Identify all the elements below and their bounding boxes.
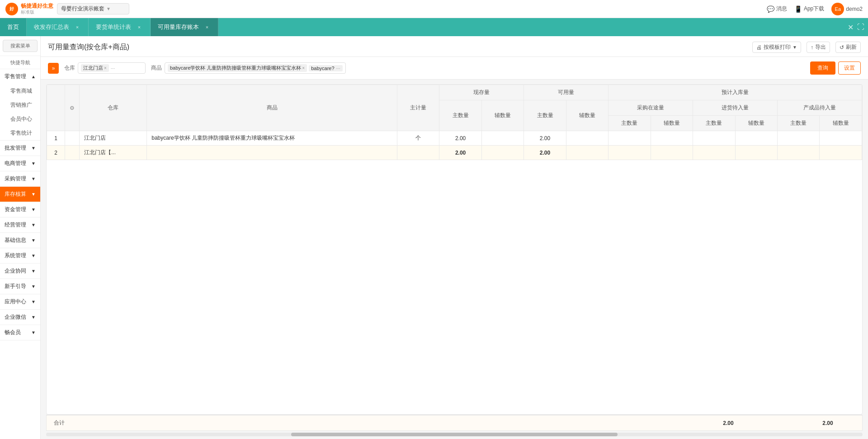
vip-group-header[interactable]: 畅会员 ▼ (0, 325, 40, 340)
product-filter-group: 商品 babycare学饮杯 儿童防摔防撞吸管杯重力球吸嘴杯宝宝水杯 × bab… (151, 62, 346, 74)
sidebar-item-retail-stats[interactable]: 零售统计 (0, 126, 40, 140)
operation-group-header[interactable]: 经营管理 ▼ (0, 217, 40, 232)
nav-spacer (218, 18, 844, 36)
th-prod-aux: 辅数量 (820, 116, 862, 131)
filter-actions: 查询 设置 (810, 61, 861, 75)
sidebar-item-retail-mall[interactable]: 零售商城 (0, 84, 40, 98)
app-download-btn[interactable]: 📱 App下载 (794, 5, 824, 13)
filter-bar: » 仓库 江北门店 × ··· 商品 babycare学饮杯 儿童防摔防撞吸管杯… (41, 57, 868, 80)
enterprise-group-label: 企业协同 (5, 267, 26, 275)
warehouse-tag-close[interactable]: × (104, 66, 107, 71)
appcenter-group-header[interactable]: 应用中心 ▼ (0, 294, 40, 309)
maximize-btn[interactable]: ⛶ (857, 23, 864, 31)
chevron-down-icon: ▼ (106, 6, 111, 11)
warehouse-filter-tags[interactable]: 江北门店 × ··· (78, 62, 146, 74)
message-icon: 💬 (767, 5, 774, 13)
sidebar-group-enterprise: 企业协同 ▼ (0, 264, 40, 279)
tab-home[interactable]: 首页 (0, 18, 27, 36)
main-layout: 搜索菜单 快捷导航 零售管理 ▲ 零售商城 营销推广 会员中心 零售统计 批发管… (0, 36, 868, 439)
system-group-header[interactable]: 系统管理 ▼ (0, 248, 40, 263)
finance-group-label: 资金管理 (5, 206, 26, 213)
th-pending-arrival: 进货待入量 (693, 100, 778, 116)
row2-current-aux (481, 146, 524, 160)
chevron-icon-10: ▼ (31, 269, 36, 274)
message-btn[interactable]: 💬 消息 (767, 5, 787, 13)
filter-more-warehouse[interactable]: ··· (111, 66, 115, 71)
row2-index: 2 (47, 146, 65, 160)
logo-text-group: 畅捷通好生意 标准版 (21, 3, 53, 14)
tab-available-stock[interactable]: 可用量库存账本 × (151, 18, 218, 36)
row2-unit (397, 146, 439, 160)
product-filter-label: 商品 (151, 64, 162, 72)
close-income-expense-tab[interactable]: × (74, 24, 81, 31)
tab-income-expense[interactable]: 收发存汇总表 × (27, 18, 89, 36)
search-menu-btn[interactable]: 搜索菜单 (3, 40, 38, 52)
chevron-down-icon-print: ▼ (793, 45, 797, 50)
sidebar-item-marketing[interactable]: 营销推广 (0, 98, 40, 112)
warehouse-tag-1: 江北门店 × (81, 64, 109, 72)
sidebar-group-inventory: 库存核算 ▼ (0, 187, 40, 202)
query-btn[interactable]: 查询 (810, 61, 835, 75)
sidebar-group-basic: 基础信息 ▼ (0, 233, 40, 248)
row1-current-aux (481, 131, 524, 146)
company-name: 母婴行业演示账套 (61, 5, 104, 13)
chevron-icon-13: ▼ (31, 315, 36, 320)
basic-group-label: 基础信息 (5, 236, 26, 244)
basic-group-header[interactable]: 基础信息 ▼ (0, 233, 40, 248)
row1-warehouse: 江北门店 (80, 131, 147, 146)
sidebar-group-purchase: 采购管理 ▼ (0, 171, 40, 187)
export-label: 导出 (815, 43, 826, 51)
template-print-btn[interactable]: 🖨 按模板打印 ▼ (752, 42, 801, 53)
close-order-stats-tab[interactable]: × (136, 24, 143, 31)
row1-current-main: 2.00 (439, 131, 481, 146)
th-warehouse: 仓库 (80, 85, 147, 131)
sidebar-group-wholesale: 批发管理 ▼ (0, 141, 40, 156)
top-bar: 好 畅捷通好生意 标准版 母婴行业演示账套 ▼ 💬 消息 📱 App下载 Ea … (0, 0, 868, 18)
horizontal-scrollbar[interactable] (46, 433, 863, 436)
th-prod-main: 主数量 (778, 116, 820, 131)
user-name: demo2 (846, 6, 863, 12)
close-window-btn[interactable]: ✕ (848, 23, 854, 32)
user-menu[interactable]: Ea demo2 (831, 3, 863, 15)
ent-wechat-group-header[interactable]: 企业微信 ▼ (0, 310, 40, 325)
retail-group-header[interactable]: 零售管理 ▲ (0, 69, 40, 84)
logo-area: 好 畅捷通好生意 标准版 (5, 3, 53, 15)
enterprise-group-header[interactable]: 企业协同 ▼ (0, 264, 40, 279)
close-available-stock-tab[interactable]: × (203, 24, 211, 31)
product-tag-1-close[interactable]: × (302, 66, 305, 71)
settings-btn[interactable]: 设置 (838, 61, 861, 75)
finance-group-header[interactable]: 资金管理 ▼ (0, 202, 40, 217)
warehouse-filter-label: 仓库 (64, 64, 75, 72)
sidebar-item-member[interactable]: 会员中心 (0, 112, 40, 126)
row1-arr-aux (735, 131, 777, 146)
th-settings[interactable]: ⚙ (65, 85, 80, 131)
sidebar-group-retail: 零售管理 ▲ 零售商城 营销推广 会员中心 零售统计 (0, 69, 40, 141)
inventory-group-header[interactable]: 库存核算 ▼ (0, 187, 40, 202)
order-stats-label: 要货单统计表 (96, 23, 131, 31)
quick-nav-btn[interactable]: 快捷导航 (4, 59, 37, 66)
sidebar-group-operation: 经营管理 ▼ (0, 217, 40, 233)
scroll-thumb[interactable] (291, 433, 618, 436)
company-selector[interactable]: 母婴行业演示账套 ▼ (57, 3, 129, 14)
table-summary: 合计 2.00 2.00 (46, 415, 863, 431)
th-avail-main: 主数量 (524, 100, 566, 131)
chevron-icon-11: ▼ (31, 284, 36, 289)
export-icon: ↑ (811, 44, 813, 51)
row2-warehouse: 江北门店【... (80, 146, 147, 160)
product-filter-tags[interactable]: babycare学饮杯 儿童防摔防撞吸管杯重力球吸嘴杯宝宝水杯 × babyca… (165, 62, 346, 74)
table-container: ⚙ 仓库 商品 主计量 现存量 可用量 预计入库量 主数量 辅数量 主数量 辅数… (46, 84, 863, 415)
export-btn[interactable]: ↑ 导出 (807, 42, 830, 53)
tab-order-stats[interactable]: 要货单统计表 × (89, 18, 151, 36)
ecommerce-group-header[interactable]: 电商管理 ▼ (0, 156, 40, 171)
warehouse-filter-group: 仓库 江北门店 × ··· (64, 62, 146, 74)
row2-avail-main: 2.00 (524, 146, 566, 160)
purchase-group-header[interactable]: 采购管理 ▼ (0, 171, 40, 186)
avatar: Ea (831, 3, 844, 15)
product-tag-2: babycare? ··· (309, 65, 343, 71)
newbie-group-header[interactable]: 新手引导 ▼ (0, 279, 40, 294)
wholesale-group-header[interactable]: 批发管理 ▼ (0, 141, 40, 156)
logo-title: 畅捷通好生意 (21, 3, 53, 9)
refresh-btn[interactable]: ↺ 刷新 (835, 42, 861, 53)
filter-expand-btn[interactable]: » (48, 63, 59, 74)
product-more[interactable]: ··· (336, 66, 340, 71)
